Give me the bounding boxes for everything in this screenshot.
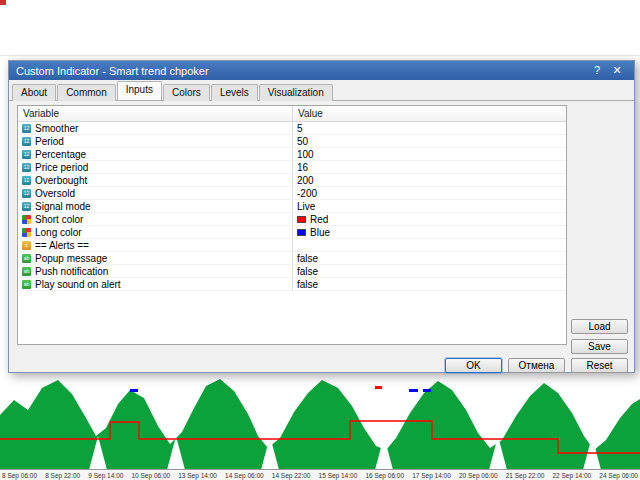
param-row-push-notification[interactable]: abPush notificationfalse: [18, 265, 566, 278]
load-button[interactable]: Load: [571, 319, 628, 334]
value-text: false: [297, 279, 318, 290]
tab-colors[interactable]: Colors: [163, 84, 210, 101]
time-label: 10 Sep 06:00: [131, 472, 170, 479]
value-cell[interactable]: Live: [293, 200, 566, 212]
time-label: 14 Sep 06:00: [225, 472, 264, 479]
indicator-dialog: Custom Indicator - Smart trend chpoker ?…: [8, 60, 635, 373]
param-row-alerts[interactable]: ≡== Alerts ==: [18, 239, 566, 252]
timeline: 8 Sep 06:008 Sep 22:009 Sep 14:0010 Sep …: [0, 469, 640, 480]
value-cell[interactable]: false: [293, 278, 566, 290]
variable-label: Short color: [35, 214, 83, 225]
dialog-title: Custom Indicator - Smart trend chpoker: [16, 65, 587, 77]
tab-about[interactable]: About: [12, 84, 56, 101]
value-cell[interactable]: 50: [293, 135, 566, 147]
variable-cell: 12Signal mode: [18, 200, 293, 212]
value-cell[interactable]: false: [293, 265, 566, 277]
variable-cell: 12Percentage: [18, 148, 293, 160]
number-param-icon: 12: [22, 163, 31, 172]
number-param-icon: 12: [22, 202, 31, 211]
signal-up-mark: [423, 389, 431, 392]
dialog-titlebar[interactable]: Custom Indicator - Smart trend chpoker ?…: [9, 61, 634, 80]
value-text: -200: [297, 188, 317, 199]
variable-label: Smoother: [35, 123, 78, 134]
time-label: 22 Sep 14:00: [553, 472, 592, 479]
variable-label: Long color: [35, 227, 82, 238]
subwindow-separator: [0, 55, 640, 56]
param-row-percentage[interactable]: 12Percentage100: [18, 148, 566, 161]
param-row-overbought[interactable]: 12Overbought200: [18, 174, 566, 187]
time-label: 8 Sep 22:00: [45, 472, 80, 479]
cancel-button[interactable]: Отмена: [508, 358, 565, 373]
chart-corner-mark: [0, 0, 6, 5]
tab-inputs[interactable]: Inputs: [117, 81, 162, 100]
variable-cell: 12Period: [18, 135, 293, 147]
reset-button[interactable]: Reset: [571, 358, 628, 373]
value-text: 16: [297, 162, 308, 173]
param-row-play-sound-on-alert[interactable]: abPlay sound on alertfalse: [18, 278, 566, 291]
variable-cell: abPopup message: [18, 252, 293, 264]
variable-label: Price period: [35, 162, 88, 173]
tab-common[interactable]: Common: [57, 84, 116, 101]
tab-levels[interactable]: Levels: [211, 84, 258, 101]
value-text: Red: [310, 214, 328, 225]
value-text: 100: [297, 149, 314, 160]
param-row-signal-mode[interactable]: 12Signal modeLive: [18, 200, 566, 213]
time-label: 24 Sep 06:00: [599, 472, 638, 479]
param-row-popup-message[interactable]: abPopup messagefalse: [18, 252, 566, 265]
variable-label: Overbought: [35, 175, 87, 186]
time-label: 20 Sep 06:00: [459, 472, 498, 479]
variable-label: Period: [35, 136, 64, 147]
variable-cell: Long color: [18, 226, 293, 238]
variable-label: Play sound on alert: [35, 279, 121, 290]
tab-visualization[interactable]: Visualization: [259, 84, 333, 101]
close-icon[interactable]: ✕: [607, 61, 627, 80]
time-label: 16 Sep 06:00: [365, 472, 404, 479]
mt-terminal-screen: 8 Sep 06:008 Sep 22:009 Sep 14:0010 Sep …: [0, 0, 640, 480]
variable-label: == Alerts ==: [35, 240, 89, 251]
number-param-icon: 12: [22, 137, 31, 146]
save-button[interactable]: Save: [571, 339, 628, 354]
value-cell[interactable]: 5: [293, 122, 566, 134]
param-row-long-color[interactable]: Long colorBlue: [18, 226, 566, 239]
dialog-client: Variable Value 12Smoother512Period5012Pe…: [9, 101, 634, 373]
value-cell[interactable]: Red: [293, 213, 566, 225]
variable-label: Push notification: [35, 266, 108, 277]
param-row-oversold[interactable]: 12Oversold-200: [18, 187, 566, 200]
color-swatch: [297, 229, 306, 236]
param-row-smoother[interactable]: 12Smoother5: [18, 122, 566, 135]
variable-cell: abPush notification: [18, 265, 293, 277]
param-table-body: 12Smoother512Period5012Percentage10012Pr…: [18, 122, 566, 291]
variable-cell: 12Price period: [18, 161, 293, 173]
number-param-icon: 12: [22, 189, 31, 198]
value-cell[interactable]: 200: [293, 174, 566, 186]
signal-down-mark: [375, 386, 382, 389]
param-table: Variable Value 12Smoother512Period5012Pe…: [17, 105, 567, 345]
param-row-short-color[interactable]: Short colorRed: [18, 213, 566, 226]
bool-param-icon: ab: [22, 267, 31, 276]
time-label: 21 Sep 22:00: [506, 472, 545, 479]
bool-param-icon: ab: [22, 280, 31, 289]
variable-cell: 12Oversold: [18, 187, 293, 199]
help-icon[interactable]: ?: [587, 61, 607, 80]
color-swatch: [297, 216, 306, 223]
value-text: Blue: [310, 227, 330, 238]
value-text: 50: [297, 136, 308, 147]
ok-button[interactable]: OK: [445, 358, 502, 373]
time-label: 8 Sep 06:00: [2, 472, 37, 479]
value-cell[interactable]: 16: [293, 161, 566, 173]
param-row-period[interactable]: 12Period50: [18, 135, 566, 148]
variable-cell: 12Smoother: [18, 122, 293, 134]
header-value: Value: [293, 106, 566, 121]
value-cell[interactable]: Blue: [293, 226, 566, 238]
param-row-price-period[interactable]: 12Price period16: [18, 161, 566, 174]
value-cell[interactable]: -200: [293, 187, 566, 199]
color-param-icon: [22, 215, 31, 224]
value-cell[interactable]: false: [293, 252, 566, 264]
variable-cell: abPlay sound on alert: [18, 278, 293, 290]
time-label: 17 Sep 14:00: [412, 472, 451, 479]
value-text: Live: [297, 201, 315, 212]
time-label: 13 Sep 14:00: [178, 472, 217, 479]
value-cell[interactable]: 100: [293, 148, 566, 160]
variable-cell: ≡== Alerts ==: [18, 239, 293, 251]
value-cell[interactable]: [293, 239, 566, 251]
